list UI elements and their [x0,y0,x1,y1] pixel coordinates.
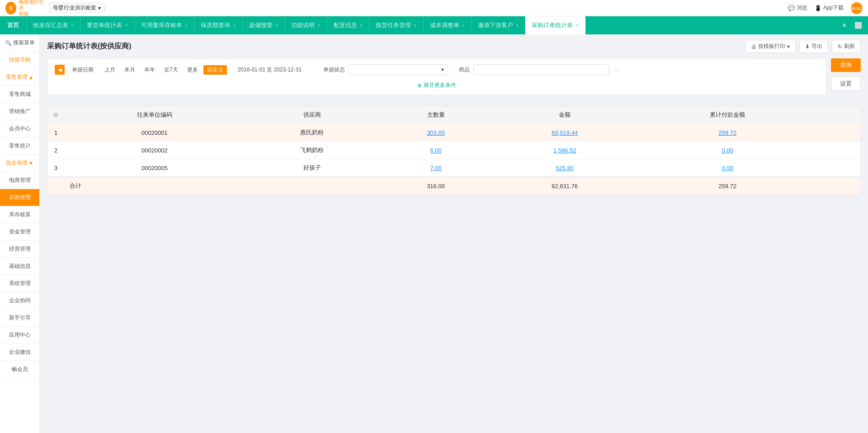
tab-close-icon[interactable]: × [125,23,127,28]
sidebar-item-shortcut[interactable]: 快捷导航 [0,52,39,69]
date-btn-this-month[interactable]: 本月 [121,65,139,75]
search-icon: 🔍 [5,40,12,46]
footer-amount: 62,631.76 [492,177,637,195]
cell-supplier: 好孩子 [245,159,380,177]
sidebar-item-系统管理[interactable]: 系统管理 [0,275,39,292]
sidebar-item-零售统计[interactable]: 零售统计 [0,138,39,155]
qty-link[interactable]: 6.00 [430,147,441,154]
download-icon: 📱 [815,5,821,11]
tab-close-icon[interactable]: × [71,23,74,28]
qty-link[interactable]: 7.00 [430,165,441,171]
tab-成本调整单[interactable]: 成本调整单 × [424,16,472,34]
print-button[interactable]: 🖨 按模板打印 ▾ [745,40,796,53]
tab-邀请下游客户[interactable]: 邀请下游客户 × [472,16,525,34]
product-label: 商品 [459,66,470,74]
product-input[interactable] [473,64,609,75]
more-filters-icon[interactable]: ··· [613,67,621,73]
amount-link[interactable]: 525.80 [556,165,574,171]
date-custom-tag[interactable]: 自定义 [203,65,227,75]
data-table-wrapper: ⚙ 往来单位编码 供应商 主数量 金额 累计付款金额 1 [47,106,861,195]
sidebar-item-会员中心[interactable]: 会员中心 [0,120,39,138]
nav-tabs: 首页 收发存汇总表 × 要货单统计表 × 可用量库存账本 × 保质期查询 × 超… [0,16,868,34]
chevron-up-icon: ▲ [28,74,34,81]
page-content: 采购订单统计表(按供应商) 🖨 按模板打印 ▾ ⬇ 导出 ↻ 刷新 [40,34,868,433]
date-btn-last-month[interactable]: 上月 [101,65,119,75]
tab-超储预警[interactable]: 超储预警 × [243,16,285,34]
tab-close-icon[interactable]: × [317,23,320,28]
app-download-button[interactable]: 📱 App下载 [815,4,844,12]
user-avatar[interactable]: demo2 [851,2,863,14]
message-icon: 💬 [788,5,795,11]
tab-拣货任务管理[interactable]: 拣货任务管理 × [369,16,423,34]
tab-close-icon[interactable]: × [414,23,416,28]
date-range: 2016-01-01 至 2023-12-31 [238,66,302,74]
cell-paid: 0.00 [637,142,818,159]
paid-link[interactable]: 259.72 [718,129,736,136]
sidebar-item-基础信息[interactable]: 基础信息 [0,258,39,275]
amount-link[interactable]: 1,586.52 [553,147,576,154]
sidebar-item-电商管理[interactable]: 电商管理 [0,172,39,189]
tab-可用量库存账本[interactable]: 可用量库存账本 × [135,16,194,34]
sidebar-item-批发管理[interactable]: 批发管理 ▼ [0,155,39,172]
date-btn-this-year[interactable]: 本年 [141,65,159,75]
date-btn-7days[interactable]: 近7天 [160,65,182,75]
tab-采购订单统计表[interactable]: 采购订单统计表 × [525,16,585,34]
sidebar-item-库存核算[interactable]: 库存核算 [0,206,39,224]
sidebar-item-零售管理[interactable]: 零售管理 ▲ [0,69,39,86]
tab-close-icon[interactable]: × [275,23,278,28]
tab-close-icon[interactable]: × [233,23,236,28]
sidebar-item-应用中心[interactable]: 应用中心 [0,327,39,344]
sidebar-item-新手引导[interactable]: 新手引导 [0,309,39,327]
sidebar-item-零售商城[interactable]: 零售商城 [0,86,39,103]
date-btn-more[interactable]: 更多 [184,65,202,75]
tab-配置信息[interactable]: 配置信息 × [327,16,369,34]
cell-index: 3 [47,159,64,177]
date-shortcuts: 上月 本月 本年 近7天 更多 自定义 [101,65,227,75]
tab-close-icon[interactable]: × [360,23,363,28]
sidebar-item-采购管理[interactable]: 采购管理 [0,189,39,206]
sidebar-item-企业协同[interactable]: 企业协同 [0,292,39,309]
setting-button[interactable]: 设置 [831,76,861,91]
sidebar-item-营销推广[interactable]: 营销推广 [0,103,39,120]
tab-收发存汇总表[interactable]: 收发存汇总表 × [27,16,80,34]
logo-text: 畅捷通好生意 标版 [19,0,45,17]
tab-close-icon[interactable]: × [576,23,578,28]
cell-paid: 259.72 [637,124,818,142]
workspace-selector[interactable]: 母婴行业演示账套 ▾ [49,3,105,13]
cell-index: 1 [47,124,64,142]
tab-home[interactable]: 首页 [0,16,27,34]
gear-icon[interactable]: ⚙ [53,111,59,119]
close-all-tabs-button[interactable]: ✕ [838,19,851,32]
tab-close-icon[interactable]: × [185,23,188,28]
paid-link[interactable]: 0.00 [722,147,733,154]
qty-link[interactable]: 303.00 [427,129,445,136]
tab-close-icon[interactable]: × [462,23,465,28]
cell-amount: 525.80 [492,159,637,177]
message-button[interactable]: 💬 消息 [788,4,807,12]
filter-toggle-button[interactable]: ◀ [55,65,65,75]
sidebar-item-资金管理[interactable]: 资金管理 [0,224,39,241]
refresh-button[interactable]: ↻ 刷新 [832,40,861,53]
expand-filters-button[interactable]: ⊕ 展开更多条件 [417,81,456,89]
search-menu-item[interactable]: 🔍 搜索菜单 [0,34,39,52]
th-extra [818,106,860,124]
tab-close-icon[interactable]: × [516,23,519,28]
page-header: 采购订单统计表(按供应商) 🖨 按模板打印 ▾ ⬇ 导出 ↻ 刷新 [47,40,861,53]
tab-要货单统计表[interactable]: 要货单统计表 × [80,16,134,34]
query-button[interactable]: 查询 [831,58,861,72]
status-select[interactable]: ▾ [349,64,448,75]
table-header: ⚙ 往来单位编码 供应商 主数量 金额 累计付款金额 [47,106,860,124]
sidebar-item-企业微信[interactable]: 企业微信 [0,344,39,361]
tab-保质期查询[interactable]: 保质期查询 × [194,16,242,34]
sidebar-item-经营管理[interactable]: 经营管理 [0,241,39,258]
cell-supplier: 惠氏奶粉 [245,124,380,142]
cell-code: 00020001 [64,124,245,142]
maximize-button[interactable]: ⬜ [852,19,864,32]
amount-link[interactable]: 60,519.44 [552,129,578,136]
paid-link[interactable]: 0.00 [722,165,733,171]
sidebar-item-畅会员[interactable]: 畅会员 [0,361,39,378]
tab-功能说明[interactable]: 功能说明 × [285,16,327,34]
logo-icon: 6 [5,2,16,14]
export-button[interactable]: ⬇ 导出 [799,40,828,53]
print-icon: 🖨 [751,43,756,50]
